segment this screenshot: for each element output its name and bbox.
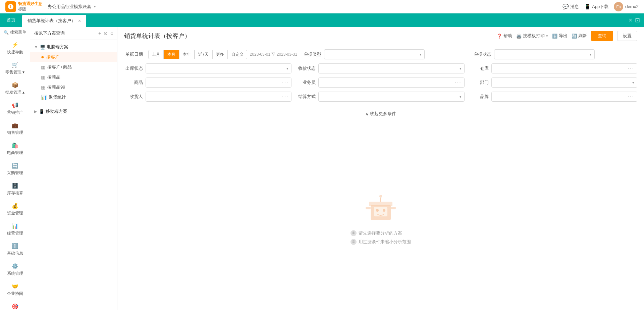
- empty-illustration: [362, 188, 399, 226]
- template-print-button[interactable]: 🖨️ 按模板打印 ▾: [516, 33, 548, 39]
- docstatus-select[interactable]: ▾: [494, 49, 595, 59]
- tab-home[interactable]: 首页: [0, 13, 22, 27]
- sidebar-item-finance[interactable]: 💰 资金管理: [0, 199, 30, 219]
- topbar: 畅捷通好生意 标版 办公用品行业模拟账套 ▾ 💬 帮助 消息 📱 App下载 E…: [0, 0, 644, 13]
- sidebar-item-purchase[interactable]: 🔄 采购管理: [0, 159, 30, 179]
- sidebar-item-retail[interactable]: 🛒 零售管理 ▾: [0, 58, 30, 79]
- collapse-button[interactable]: ∧ 收起更多条件: [365, 109, 396, 119]
- user-profile[interactable]: Ea demo2: [614, 2, 639, 11]
- receiver-select[interactable]: ···: [146, 92, 291, 102]
- query-button[interactable]: 查询: [591, 31, 613, 41]
- goods-select[interactable]: ···: [146, 78, 291, 88]
- by-customer-icon: ●: [41, 54, 44, 60]
- payment-select[interactable]: ▾: [318, 92, 464, 102]
- receiver-dots-icon[interactable]: ···: [282, 94, 288, 100]
- print-icon: 🖨️: [516, 34, 522, 39]
- dept-select[interactable]: ▾: [491, 78, 637, 88]
- date-btn-custom[interactable]: 自定义: [228, 50, 247, 59]
- doctype-select[interactable]: ▾: [324, 49, 425, 59]
- message-button[interactable]: 💬 帮助 消息: [562, 4, 579, 10]
- filter-area: 单据日期 上月 本月 本年 近7天 更多 自定义 2023-03-01 至 20…: [117, 45, 644, 123]
- print-arrow-icon: ▾: [546, 34, 548, 38]
- sidebar-item-wholesale[interactable]: 📦 批发管理 ▴: [0, 79, 30, 99]
- tab-maximize-icon[interactable]: ⊡: [635, 16, 640, 24]
- date-btn-this-month[interactable]: 本月: [164, 50, 179, 59]
- brand-select[interactable]: ···: [491, 92, 637, 102]
- filter-col-outstatus: 出库状态 ▾: [124, 63, 291, 73]
- date-label: 单据日期: [124, 51, 143, 57]
- date-btn-7days[interactable]: 近7天: [195, 50, 212, 59]
- app-title: 办公用品行业模拟账套: [48, 4, 91, 10]
- sidebar-item-enterprise[interactable]: 🤝 企业协同: [0, 280, 30, 300]
- quicknav-icon: ⚡: [12, 42, 18, 48]
- pc-scheme-group-header[interactable]: ▼ 🖥️ 电脑端方案: [30, 42, 117, 52]
- staff-select[interactable]: ···: [318, 78, 464, 88]
- filter-col-docstatus: 单据状态 ▾: [473, 49, 637, 59]
- sidebar-item-system[interactable]: ⚙️ 系统管理: [0, 260, 30, 280]
- outstatus-select[interactable]: ▾: [146, 63, 291, 73]
- sidebar-item-sales[interactable]: 💼 销售管理: [0, 119, 30, 139]
- collapse-panel-icon[interactable]: «: [110, 31, 113, 36]
- scheme-item-by-goods[interactable]: ▦ 按商品: [30, 72, 117, 82]
- tab-close-icon[interactable]: ×: [78, 18, 81, 23]
- warehouse-select[interactable]: ···: [491, 63, 637, 73]
- receiver-label: 收货人: [124, 94, 143, 100]
- scheme-item-return-stats[interactable]: 📊 退货统计: [30, 92, 117, 102]
- page-actions: ❓ 帮助 🖨️ 按模板打印 ▾ ⬇️ 导出 🔄 刷新: [497, 31, 637, 45]
- sidebar-item-operation[interactable]: 📊 经营管理: [0, 219, 30, 240]
- empty-hint-2: ② 用过滤条件来缩小分析范围: [351, 239, 411, 245]
- left-panel-header: 按以下方案查询 + ⊙ «: [30, 27, 117, 40]
- sidebar-item-ecommerce[interactable]: 🛍️ 电商管理: [0, 139, 30, 159]
- staff-dots-icon[interactable]: ···: [455, 80, 461, 86]
- scheme-item-by-goods99[interactable]: ▦ 按商品99: [30, 82, 117, 92]
- sales-icon: 💼: [12, 122, 18, 128]
- finance-icon: 💰: [12, 203, 18, 209]
- add-scheme-icon[interactable]: +: [98, 31, 101, 36]
- receiptstatus-label: 收款状态: [297, 65, 316, 71]
- receiptstatus-select[interactable]: ▾: [318, 63, 464, 73]
- refresh-button[interactable]: 🔄 刷新: [572, 33, 587, 39]
- date-btn-this-year[interactable]: 本年: [179, 50, 195, 59]
- collapse-up-icon: ∧: [365, 111, 369, 116]
- svg-point-4: [383, 209, 385, 212]
- ecommerce-icon: 🛍️: [12, 142, 18, 149]
- app-title-arrow[interactable]: ▾: [94, 4, 96, 9]
- scheme-item-by-customer-goods[interactable]: ▦ 按客户+商品: [30, 62, 117, 72]
- search-menu-button[interactable]: 🔍 搜索菜单: [0, 27, 30, 38]
- goods-dots-icon[interactable]: ···: [282, 80, 288, 86]
- empty-state: ① 请先选择要分析的方案 ② 用过滤条件来缩小分析范围: [117, 123, 644, 310]
- export-button[interactable]: ⬇️ 导出: [552, 33, 568, 39]
- hint-num-2: ②: [351, 239, 357, 245]
- brand-dots-icon[interactable]: ···: [628, 94, 634, 100]
- filter-row-1: 单据日期 上月 本月 本年 近7天 更多 自定义 2023-03-01 至 20…: [124, 49, 637, 59]
- tab-close-all-icon[interactable]: ×: [629, 17, 632, 24]
- sidebar-item-inventory[interactable]: 🗄️ 库存核算: [0, 179, 30, 199]
- sidebar-item-quicknav[interactable]: ⚡ 快捷导航: [0, 38, 30, 58]
- warehouse-label: 仓库: [470, 65, 489, 71]
- scheme-item-by-customer[interactable]: ● 按客户: [30, 52, 117, 62]
- operation-icon: 📊: [12, 223, 18, 229]
- sidebar-item-newuser[interactable]: 🎯 新手引导: [0, 300, 30, 310]
- filter-col-doctype: 单据类型 ▾: [303, 49, 467, 59]
- filter-row-2: 出库状态 ▾ 收款状态 ▾ 仓库: [124, 63, 637, 73]
- date-btn-last-month[interactable]: 上月: [148, 50, 164, 59]
- help-button[interactable]: ❓ 帮助: [497, 33, 512, 39]
- svg-point-3: [376, 209, 379, 212]
- app-download-button[interactable]: 📱 App下载: [584, 4, 608, 10]
- date-btn-more[interactable]: 更多: [212, 50, 228, 59]
- sidebar-item-basic[interactable]: ℹ️ 基础信息: [0, 240, 30, 260]
- sidebar-item-marketing[interactable]: 📢 营销推广: [0, 99, 30, 119]
- pc-group-icon: 🖥️: [40, 45, 45, 50]
- mobile-scheme-group-header[interactable]: ▶ 📱 移动端方案: [30, 106, 117, 116]
- search-icon: 🔍: [4, 30, 9, 35]
- settings-scheme-icon[interactable]: ⊙: [104, 31, 108, 36]
- settings-button[interactable]: 设置: [617, 31, 637, 41]
- empty-hint-1: ① 请先选择要分析的方案: [351, 230, 411, 236]
- docstatus-arrow-icon: ▾: [590, 52, 592, 57]
- tab-active[interactable]: 销货单统计表（按客户） ×: [22, 15, 86, 27]
- main-layout: 🔍 搜索菜单 ⚡ 快捷导航 🛒 零售管理 ▾ 📦 批发管理 ▴ 📢 营销推广 💼…: [0, 27, 644, 310]
- doctype-arrow-icon: ▾: [420, 52, 422, 57]
- warehouse-dots-icon[interactable]: ···: [628, 65, 634, 71]
- export-icon: ⬇️: [552, 34, 557, 39]
- newuser-icon: 🎯: [12, 303, 18, 310]
